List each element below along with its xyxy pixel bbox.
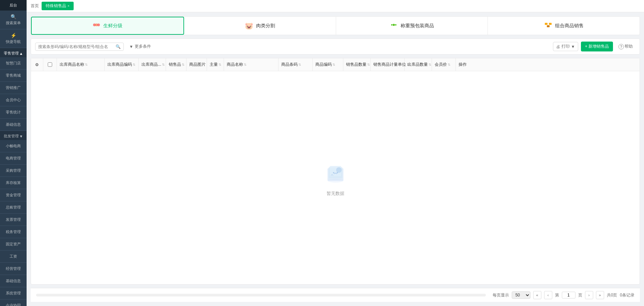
prev-page-button[interactable]: ‹	[544, 291, 552, 299]
sort-icon: ⇅	[448, 63, 450, 66]
total-records: 0条记录	[620, 292, 634, 298]
th-out-qty[interactable]: 出库品数量 ⇅	[405, 58, 432, 71]
th-goods-img[interactable]: 商品图片	[186, 58, 207, 71]
page-label: 第	[555, 292, 559, 298]
sidebar-item-retail-mgmt[interactable]: 零售管理 ▲	[0, 48, 27, 57]
sidebar-item-smart-store[interactable]: 智慧门店	[0, 57, 27, 70]
chevron-down-icon: ▼	[19, 134, 23, 138]
tab-label: 生鲜分级	[103, 23, 122, 29]
sidebar-item-marketing[interactable]: 营销推广	[0, 82, 27, 94]
sort-icon: ⇅	[429, 63, 431, 66]
sidebar-item-label: 总账管理	[6, 205, 21, 210]
sidebar-item-search-menu[interactable]: 🔍 搜索菜单	[0, 11, 27, 29]
sidebar-item-basic-info2[interactable]: 基础信息	[0, 275, 27, 287]
sidebar-item-small-store[interactable]: 小畅电商	[0, 140, 27, 152]
sidebar-item-label: 税务管理	[6, 229, 21, 234]
filter-button[interactable]: ▼ 更多条件	[126, 42, 154, 51]
help-button[interactable]: ? 帮助	[616, 42, 635, 51]
sidebar-item-label: 快捷导航	[6, 39, 21, 44]
sidebar-item-ops-mgmt[interactable]: 经营管理	[0, 263, 27, 275]
sidebar-item-label: 小畅电商	[6, 143, 21, 149]
sidebar-item-fixed-assets[interactable]: 固定资产	[0, 238, 27, 250]
sort-icon: ⇅	[133, 63, 135, 66]
sidebar-item-label: 批发管理	[4, 134, 19, 139]
sidebar-item-invoice-mgmt[interactable]: 发票管理	[0, 214, 27, 226]
th-weight[interactable]: 主量 ⇅	[207, 58, 224, 71]
pagination: 每页显示 50 10 20 100 « ‹ 第 页 › » 共0页 0条记录	[493, 291, 634, 299]
last-page-button[interactable]: »	[596, 291, 604, 299]
chevron-down-icon: ▼	[571, 44, 575, 49]
sidebar-item-label: 经营管理	[6, 266, 21, 271]
sidebar-item-inventory[interactable]: 库存核算	[0, 177, 27, 189]
th-sale-qty[interactable]: 销售品数量 ⇅	[343, 58, 371, 71]
main-content: 首页 特殊销售品 × 生鲜分级 🐷 肉类分割	[27, 0, 644, 306]
search-input[interactable]	[38, 44, 114, 49]
sidebar-item-label: 库存核算	[6, 180, 21, 185]
tab-label: 肉类分割	[256, 23, 275, 29]
svg-point-5	[391, 24, 392, 26]
sidebar-item-purchase-mgmt[interactable]: 采购管理	[0, 165, 27, 177]
svg-rect-8	[549, 23, 552, 25]
sidebar-item-quick-nav[interactable]: ⚡ 快捷导航	[0, 29, 27, 48]
sidebar-item-label: 零售商城	[6, 73, 21, 78]
sidebar-item-salary[interactable]: 工资	[0, 250, 27, 263]
th-goods-name[interactable]: 商品名称 ⇅	[224, 58, 279, 71]
sort-icon: ⇅	[244, 63, 246, 66]
svg-point-2	[97, 24, 100, 26]
sidebar: 后台 🔍 搜索菜单 ⚡ 快捷导航 零售管理 ▲ 智慧门店 零售商城 营销推广 会…	[0, 0, 27, 306]
next-page-button[interactable]: ›	[585, 291, 593, 299]
active-tab[interactable]: 特殊销售品 ×	[42, 2, 74, 10]
sidebar-item-wholesale-mgmt[interactable]: 批发管理 ▼	[0, 131, 27, 140]
horizontal-scrollbar[interactable]	[36, 294, 486, 296]
svg-rect-9	[547, 25, 550, 27]
th-setting[interactable]: ⚙	[31, 58, 43, 71]
first-page-button[interactable]: «	[533, 291, 541, 299]
sidebar-item-retail-stats[interactable]: 零售统计	[0, 106, 27, 119]
tab-fresh-grade[interactable]: 生鲜分级	[31, 17, 184, 35]
print-button[interactable]: 🖨 打印 ▼	[553, 42, 578, 51]
empty-icon	[322, 159, 349, 186]
sort-icon: ⇅	[182, 63, 184, 66]
th-out-goods-name[interactable]: 出库商品名称 ⇅	[57, 58, 105, 71]
quick-nav-icon: ⚡	[11, 33, 16, 38]
sidebar-item-ecom-mgmt[interactable]: 电商管理	[0, 152, 27, 165]
tab-weight-package[interactable]: 称重预包装商品	[336, 17, 488, 35]
th-out-goods-code[interactable]: 出库商品编码 ⇅	[105, 58, 139, 71]
th-checkbox[interactable]	[43, 58, 57, 71]
tab-label: 称重预包装商品	[401, 23, 434, 29]
sidebar-item-finance[interactable]: 资金管理	[0, 189, 27, 201]
sidebar-item-label: 系统管理	[6, 291, 21, 296]
th-ops: 操作	[456, 58, 476, 71]
tab-combo-sales[interactable]: 组合商品销售	[488, 17, 640, 35]
page-number-input[interactable]	[562, 292, 575, 299]
th-goods-code[interactable]: 商品编码 ⇅	[313, 58, 343, 71]
weight-package-icon	[390, 21, 398, 30]
sidebar-item-tax-mgmt[interactable]: 税务管理	[0, 226, 27, 238]
th-out-goods-spec[interactable]: 出库商品... ⇅	[139, 58, 166, 71]
print-icon: 🖨	[556, 44, 560, 49]
select-all-checkbox[interactable]	[48, 62, 52, 67]
th-sale-unit[interactable]: 销售商品计量单位 ⇅	[371, 58, 405, 71]
sidebar-item-member-center[interactable]: 会员中心	[0, 94, 27, 106]
per-page-select[interactable]: 50 10 20 100	[512, 291, 530, 299]
search-box[interactable]: 🔍	[35, 43, 124, 51]
sidebar-item-basic-info[interactable]: 基础信息	[0, 119, 27, 131]
search-menu-icon: 🔍	[11, 14, 16, 19]
add-sale-button[interactable]: + 新增销售品	[581, 42, 613, 51]
sidebar-item-label: 电商管理	[6, 156, 21, 161]
close-icon[interactable]: ×	[68, 4, 70, 8]
fresh-grade-icon	[92, 21, 101, 30]
sidebar-item-enterprise[interactable]: 企业协同	[0, 300, 27, 306]
sidebar-item-retail-mall[interactable]: 零售商城	[0, 70, 27, 82]
sidebar-item-system-mgmt[interactable]: 系统管理	[0, 287, 27, 300]
filter-icon: ▼	[129, 44, 133, 49]
sort-icon: ⇅	[162, 63, 165, 66]
sidebar-item-label: 企业协同	[6, 303, 21, 306]
th-barcode[interactable]: 商品条码 ⇅	[279, 58, 313, 71]
th-member-price[interactable]: 会员价 ⇅	[432, 58, 456, 71]
th-sale-goods[interactable]: 销售品 ⇅	[166, 58, 186, 71]
tab-meat-cut[interactable]: 🐷 肉类分割	[184, 17, 336, 35]
home-breadcrumb[interactable]: 首页	[31, 3, 39, 9]
sidebar-item-general-ledger[interactable]: 总账管理	[0, 201, 27, 214]
category-tabs: 生鲜分级 🐷 肉类分割 称重预包装商品	[31, 16, 640, 35]
